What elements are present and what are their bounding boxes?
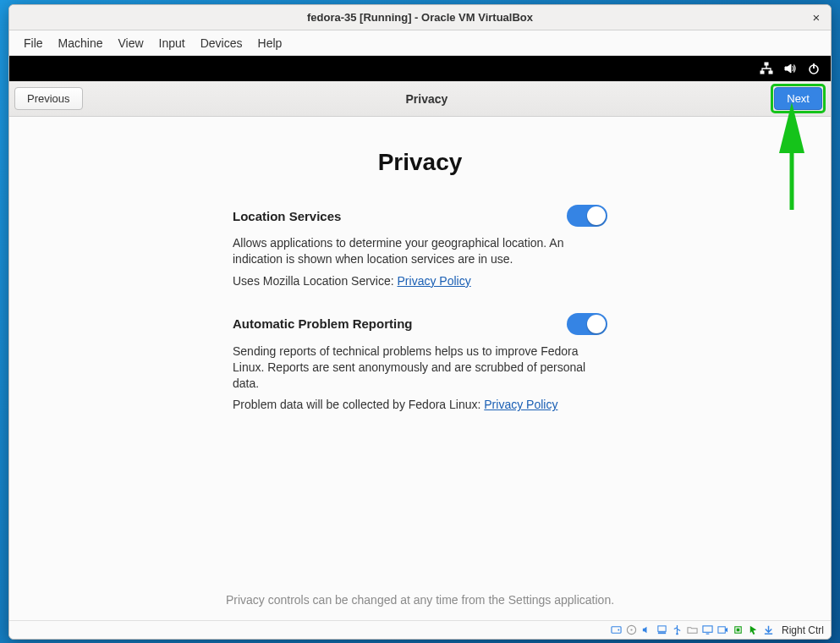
problem-reporting-desc: Sending reports of technical problems he… <box>233 343 607 392</box>
privacy-content: Privacy Location Services Allows applica… <box>9 117 831 620</box>
section-location-services: Location Services Allows applications to… <box>233 205 607 288</box>
menu-devices[interactable]: Devices <box>193 33 250 53</box>
section-problem-reporting: Automatic Problem Reporting Sending repo… <box>233 313 607 412</box>
svg-rect-16 <box>737 629 740 632</box>
close-icon[interactable]: × <box>809 9 824 25</box>
privacy-setup-window: Previous Privacy Next Privacy Location S… <box>9 81 831 620</box>
page-heading: Privacy <box>233 149 607 176</box>
host-titlebar[interactable]: fedora-35 [Running] - Oracle VM VirtualB… <box>9 5 831 30</box>
guest-screen[interactable]: Previous Privacy Next Privacy Location S… <box>9 56 831 620</box>
privacy-headerbar: Previous Privacy Next <box>9 81 831 117</box>
menu-input[interactable]: Input <box>151 33 193 53</box>
host-window: fedora-35 [Running] - Oracle VM VirtualB… <box>8 4 832 640</box>
next-button[interactable]: Next <box>774 87 822 110</box>
optical-icon[interactable] <box>626 624 638 636</box>
menu-view[interactable]: View <box>110 33 151 53</box>
menu-help[interactable]: Help <box>250 33 290 53</box>
host-menubar: File Machine View Input Devices Help <box>9 30 831 56</box>
svg-rect-1 <box>760 71 764 74</box>
host-title: fedora-35 [Running] - Oracle VM VirtualB… <box>307 11 533 24</box>
display-status-icon[interactable] <box>702 624 714 636</box>
shared-folder-icon[interactable] <box>687 624 699 636</box>
usb-status-icon[interactable] <box>672 624 684 636</box>
recording-status-icon[interactable] <box>717 624 729 636</box>
mouse-capture-icon[interactable] <box>748 624 760 636</box>
hdd-icon[interactable] <box>611 624 623 636</box>
svg-point-6 <box>618 629 620 631</box>
network-icon[interactable] <box>760 62 773 75</box>
location-privacy-policy-link[interactable]: Privacy Policy <box>398 274 471 288</box>
keyboard-capture-icon[interactable] <box>763 624 775 636</box>
problem-reporting-label: Automatic Problem Reporting <box>233 316 413 331</box>
menu-file[interactable]: File <box>16 33 51 53</box>
svg-rect-10 <box>658 632 666 634</box>
svg-point-8 <box>631 629 633 630</box>
problem-reporting-sub: Problem data will be collected by Fedora… <box>233 398 607 411</box>
gnome-top-bar <box>9 56 831 81</box>
host-statusbar: Right Ctrl <box>9 620 831 639</box>
svg-rect-14 <box>718 627 725 633</box>
location-services-sub: Uses Mozilla Location Service: Privacy P… <box>233 274 607 288</box>
menu-machine[interactable]: Machine <box>51 33 111 53</box>
problem-reporting-toggle[interactable] <box>567 313 607 335</box>
power-icon[interactable] <box>807 62 821 75</box>
previous-button[interactable]: Previous <box>14 87 83 110</box>
location-services-desc: Allows applications to determine your ge… <box>233 235 607 267</box>
volume-icon[interactable] <box>783 62 797 75</box>
svg-rect-5 <box>612 627 621 633</box>
headerbar-title: Privacy <box>406 92 448 106</box>
problem-privacy-policy-link[interactable]: Privacy Policy <box>484 398 557 411</box>
svg-rect-0 <box>765 63 768 65</box>
location-services-toggle[interactable] <box>567 205 607 227</box>
footer-note: Privacy controls can be changed at any t… <box>9 593 831 607</box>
next-button-highlight: Next <box>771 84 826 113</box>
svg-rect-9 <box>658 626 666 632</box>
svg-rect-12 <box>703 626 712 632</box>
host-key-label[interactable]: Right Ctrl <box>782 624 824 636</box>
svg-rect-2 <box>769 71 772 74</box>
location-services-label: Location Services <box>233 209 341 223</box>
audio-status-icon[interactable] <box>641 624 653 636</box>
svg-point-11 <box>677 633 678 635</box>
cpu-status-icon[interactable] <box>733 624 744 636</box>
network-status-icon[interactable] <box>656 624 668 636</box>
